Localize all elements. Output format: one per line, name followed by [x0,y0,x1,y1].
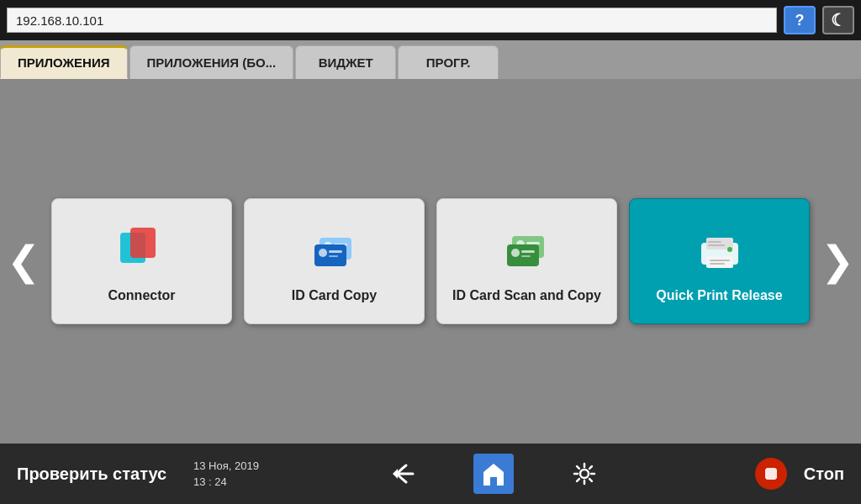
svg-rect-1 [130,228,156,258]
svg-rect-20 [706,256,733,268]
svg-rect-17 [521,255,531,257]
help-button[interactable]: ? [784,6,816,34]
svg-rect-22 [710,263,725,265]
ip-address: 192.168.10.101 [16,13,103,28]
svg-point-7 [319,249,327,257]
stop-label[interactable]: Стоп [804,465,844,484]
svg-point-26 [580,470,589,478]
connector-label: Connector [108,288,176,303]
svg-rect-8 [329,250,342,253]
svg-rect-24 [708,241,721,243]
stop-icon[interactable] [755,458,787,490]
top-bar: 192.168.10.101 ? ☾ [0,0,861,40]
svg-rect-21 [710,260,730,261]
bottom-right: Стоп [693,458,861,490]
bottom-bar: Проверить статус 13 Ноя, 2019 13 : 24 [0,444,861,504]
main-area: ❮ Connector [0,79,861,444]
back-button[interactable] [383,454,423,494]
prev-arrow[interactable]: ❮ [5,232,42,291]
id-card-copy-label: ID Card Copy [292,288,377,303]
svg-rect-16 [521,250,535,253]
app-tile-id-card-scan[interactable]: ID Card Scan and Copy [436,198,617,324]
address-bar[interactable]: 192.168.10.101 [7,8,777,33]
app-tile-connector[interactable]: Connector [51,198,232,324]
sleep-button[interactable]: ☾ [822,6,854,34]
tabs-bar: ПРИЛОЖЕНИЯ ПРИЛОЖЕНИЯ (БО... ВИДЖЕТ ПРОГ… [0,40,861,79]
id-card-copy-icon [304,219,365,280]
datetime-display: 13 Ноя, 2019 13 : 24 [193,458,294,491]
home-button[interactable] [473,454,514,494]
settings-button[interactable] [564,454,605,494]
quick-print-label: Quick Print Release [656,288,782,303]
status-label[interactable]: Проверить статус [0,465,193,484]
svg-point-23 [727,247,732,252]
svg-rect-9 [329,255,338,257]
time-display: 13 : 24 [193,474,294,491]
app-tile-quick-print[interactable]: Quick Print Release [629,198,810,324]
svg-marker-27 [765,468,777,480]
tab-applications-bo[interactable]: ПРИЛОЖЕНИЯ (БО... [129,45,294,79]
quick-print-icon [689,219,750,280]
id-card-scan-label: ID Card Scan and Copy [452,288,601,303]
date-display: 13 Ноя, 2019 [193,458,294,475]
next-arrow[interactable]: ❯ [819,232,856,291]
tab-applications[interactable]: ПРИЛОЖЕНИЯ [0,45,128,79]
app-tile-id-card-copy[interactable]: ID Card Copy [244,198,425,324]
tab-programs[interactable]: ПРОГР. [398,45,499,79]
connector-icon [112,219,172,280]
tab-widget[interactable]: ВИДЖЕТ [295,45,396,79]
bottom-center [294,454,693,494]
id-card-scan-icon [497,219,557,280]
app-grid: Connector ID Card Copy [42,181,819,341]
svg-point-15 [511,249,520,257]
svg-rect-12 [526,242,540,244]
svg-rect-25 [708,244,725,246]
